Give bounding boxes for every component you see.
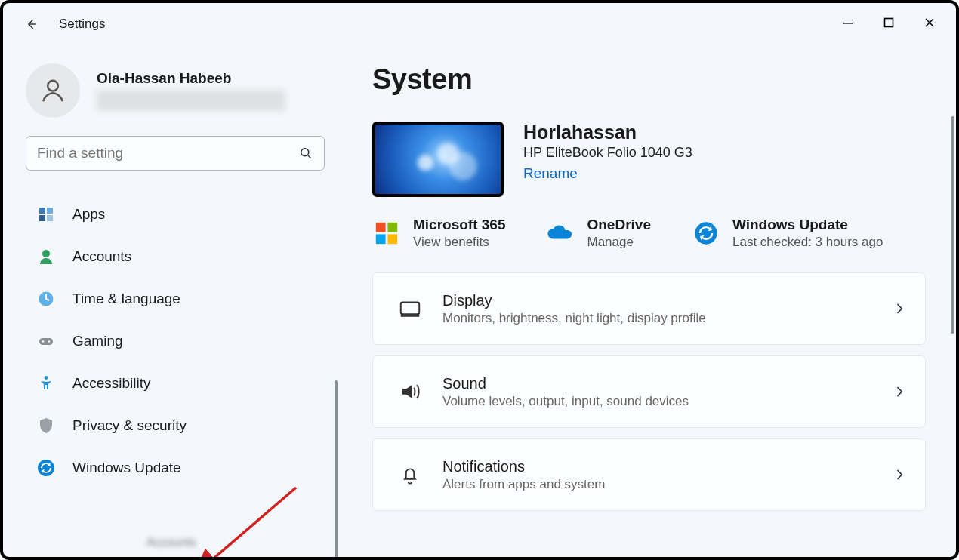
- svg-point-12: [42, 340, 45, 343]
- svg-rect-0: [843, 23, 853, 24]
- back-button[interactable]: [23, 15, 41, 33]
- quick-windows-update[interactable]: Windows Update Last checked: 3 hours ago: [692, 217, 883, 250]
- svg-rect-19: [376, 234, 386, 244]
- svg-rect-7: [47, 215, 53, 221]
- rename-link[interactable]: Rename: [523, 165, 578, 182]
- svg-point-14: [45, 376, 48, 380]
- card-sub: Alerts from apps and system: [442, 477, 872, 492]
- card-notifications[interactable]: Notifications Alerts from apps and syste…: [372, 438, 926, 511]
- windows-update-icon: [36, 458, 56, 478]
- device-model: HP EliteBook Folio 1040 G3: [523, 145, 692, 161]
- quick-sub: Last checked: 3 hours ago: [732, 235, 883, 250]
- card-title: Notifications: [442, 458, 872, 475]
- svg-point-3: [301, 149, 309, 156]
- sidebar-item-label: Gaming: [72, 333, 123, 349]
- sidebar-item-accounts[interactable]: Accounts: [26, 235, 325, 278]
- device-info: Horlahassan HP EliteBook Folio 1040 G3 R…: [372, 122, 926, 197]
- maximize-button[interactable]: [868, 8, 909, 38]
- quick-sub: Manage: [587, 235, 650, 250]
- sidebar-item-label: Accessibility: [72, 375, 150, 392]
- clock-globe-icon: [36, 289, 56, 309]
- page-title: System: [372, 63, 926, 96]
- sidebar-nav: Apps Accounts Time & language: [26, 193, 327, 489]
- minimize-button[interactable]: [828, 8, 868, 38]
- svg-rect-6: [39, 215, 45, 221]
- chevron-right-icon: [892, 467, 907, 482]
- sidebar-item-label: Time & language: [72, 291, 180, 307]
- user-profile[interactable]: Ola-Hassan Habeeb: [26, 63, 327, 118]
- sidebar-item-label: Privacy & security: [72, 417, 187, 434]
- sidebar-item-gaming[interactable]: Gaming: [26, 320, 325, 362]
- onedrive-icon: [546, 219, 575, 248]
- microsoft-logo-icon: [372, 219, 401, 248]
- sidebar-item-time-language[interactable]: Time & language: [26, 278, 325, 320]
- accounts-icon: [36, 247, 56, 266]
- accessibility-icon: [36, 374, 56, 393]
- card-title: Sound: [442, 375, 872, 392]
- cutoff-peek: Accounts: [146, 536, 298, 554]
- card-title: Display: [442, 292, 872, 309]
- close-button[interactable]: [909, 8, 950, 38]
- svg-rect-20: [387, 234, 397, 244]
- main-panel: System Horlahassan HP EliteBook Folio 10…: [339, 45, 956, 557]
- title-bar: Settings: [3, 3, 956, 45]
- search-box[interactable]: [26, 136, 325, 171]
- card-sub: Monitors, brightness, night light, displ…: [442, 311, 872, 326]
- quick-title: Microsoft 365: [413, 217, 505, 233]
- sound-icon: [397, 380, 423, 403]
- sidebar-item-label: Windows Update: [72, 460, 181, 476]
- card-sound[interactable]: Sound Volume levels, output, input, soun…: [372, 355, 926, 428]
- svg-rect-17: [376, 223, 386, 232]
- chevron-right-icon: [892, 301, 907, 316]
- app-title: Settings: [59, 17, 105, 32]
- device-wallpaper-thumb[interactable]: [372, 122, 504, 197]
- svg-rect-1: [885, 19, 893, 27]
- user-name: Ola-Hassan Habeeb: [97, 70, 285, 87]
- apps-icon: [36, 205, 56, 224]
- svg-point-21: [695, 222, 717, 244]
- device-name: Horlahassan: [523, 122, 692, 143]
- main-scrollbar[interactable]: [951, 116, 954, 334]
- sidebar-item-accessibility[interactable]: Accessibility: [26, 362, 325, 405]
- quick-title: OneDrive: [587, 217, 650, 233]
- svg-point-15: [38, 460, 54, 476]
- svg-rect-22: [401, 302, 419, 314]
- card-sub: Volume levels, output, input, sound devi…: [442, 394, 872, 409]
- quick-microsoft365[interactable]: Microsoft 365 View benefits: [372, 217, 505, 250]
- svg-rect-18: [387, 223, 397, 232]
- display-icon: [397, 300, 423, 317]
- search-icon: [298, 146, 313, 161]
- chevron-right-icon: [892, 384, 907, 399]
- settings-window: Settings Ola-Hassan Habeeb: [0, 0, 959, 560]
- quick-links: Microsoft 365 View benefits OneDrive Man…: [372, 217, 926, 250]
- sidebar-item-windows-update[interactable]: Windows Update: [26, 447, 325, 489]
- svg-rect-11: [39, 338, 53, 345]
- svg-point-8: [42, 250, 50, 257]
- sidebar-item-apps[interactable]: Apps: [26, 193, 325, 235]
- shield-icon: [36, 416, 56, 435]
- sidebar-item-privacy-security[interactable]: Privacy & security: [26, 405, 325, 447]
- user-email-redacted: [97, 90, 285, 111]
- sidebar-item-label: Apps: [72, 206, 105, 223]
- quick-sub: View benefits: [413, 235, 505, 250]
- quick-title: Windows Update: [732, 217, 883, 233]
- svg-point-13: [48, 340, 51, 343]
- sidebar-item-label: Accounts: [72, 248, 131, 265]
- gamepad-icon: [36, 331, 56, 351]
- sidebar-scrollbar[interactable]: [335, 380, 338, 557]
- card-display[interactable]: Display Monitors, brightness, night ligh…: [372, 272, 926, 345]
- quick-onedrive[interactable]: OneDrive Manage: [546, 217, 650, 250]
- bell-icon: [397, 464, 423, 485]
- sidebar: Ola-Hassan Habeeb Apps: [3, 45, 339, 557]
- window-controls: [828, 8, 950, 38]
- update-sync-icon: [692, 219, 720, 248]
- svg-rect-5: [47, 208, 53, 214]
- avatar-icon: [26, 63, 80, 118]
- svg-rect-4: [39, 208, 45, 214]
- settings-cards: Display Monitors, brightness, night ligh…: [372, 272, 926, 511]
- svg-point-2: [48, 81, 58, 91]
- search-input[interactable]: [37, 145, 298, 162]
